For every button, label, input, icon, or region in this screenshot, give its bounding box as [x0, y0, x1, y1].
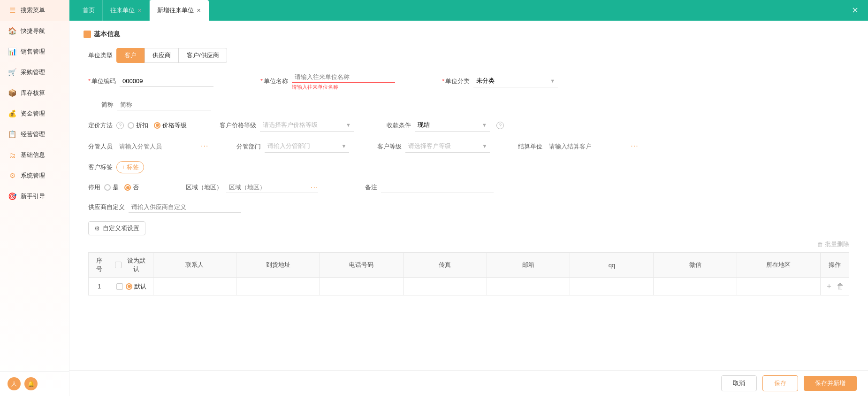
pricing-level-dot — [156, 124, 159, 127]
email-input[interactable] — [492, 283, 565, 290]
system-icon: ⚙ — [8, 171, 17, 180]
cell-region[interactable] — [737, 278, 821, 295]
settlement-dots-btn[interactable]: ··· — [631, 142, 638, 150]
sidebar-item-home[interactable]: 🏠 快捷导航 — [0, 21, 69, 41]
manager-input[interactable] — [116, 141, 201, 152]
select-all-checkbox[interactable] — [115, 262, 122, 268]
settlement-unit-input[interactable] — [546, 141, 631, 152]
contact-input[interactable] — [158, 283, 232, 290]
customer-level-select[interactable]: 请选择客户等级 ▼ — [405, 140, 490, 153]
row-checkbox[interactable] — [116, 283, 123, 290]
default-radio[interactable]: 默认 — [126, 282, 146, 291]
user-avatar[interactable]: 人 — [8, 377, 21, 390]
pricing-radio-discount[interactable]: 折扣 — [128, 121, 148, 130]
supplier-custom-input[interactable] — [129, 202, 241, 213]
fax-input[interactable] — [408, 283, 482, 290]
phone-input[interactable] — [325, 283, 398, 290]
sidebar-item-system[interactable]: ⚙ 系统管理 — [0, 165, 69, 186]
close-all-tabs[interactable]: ✕ — [848, 5, 862, 16]
tab-contacts-close[interactable]: ✕ — [137, 8, 142, 14]
customer-tag-label: 客户标签 — [88, 163, 113, 171]
add-tag-button[interactable]: + 标签 — [116, 161, 144, 173]
pricing-label: 定价方法 — [88, 121, 113, 130]
tab-home[interactable]: 首页 — [75, 0, 103, 21]
sidebar-item-label: 采购管理 — [21, 68, 45, 77]
manager-dots-btn[interactable]: ··· — [201, 142, 208, 150]
customer-price-level-field: 客户价格等级 请选择客户价格等级 ▼ — [220, 119, 354, 132]
tag-field: 客户标签 + 标签 — [88, 161, 144, 173]
col-fax: 传真 — [403, 253, 487, 278]
cell-action: ＋ 🗑 — [820, 278, 849, 295]
payment-condition-select[interactable]: 现结 ▼ — [415, 119, 490, 132]
contact-table-area: 序号 设为默认 联系人 到货地址 电话号码 传真 邮箱 qq — [88, 252, 849, 295]
batch-delete-label: 批量删除 — [825, 240, 849, 248]
unit-name-input[interactable] — [292, 71, 395, 83]
customer-level-placeholder: 请选择客户等级 — [408, 142, 480, 150]
sidebar-item-basics[interactable]: 🗂 基础信息 — [0, 145, 69, 165]
tab-contacts[interactable]: 往来单位 ✕ — [103, 0, 150, 21]
cell-address[interactable] — [236, 278, 320, 295]
disable-yes[interactable]: 是 — [104, 183, 119, 192]
wechat-input[interactable] — [658, 283, 732, 290]
disable-label: 停用 — [88, 183, 100, 192]
sidebar-item-purchase[interactable]: 🛒 采购管理 — [0, 62, 69, 83]
cell-email[interactable] — [487, 278, 570, 295]
finance-icon: 💰 — [8, 109, 17, 118]
cell-qq[interactable] — [570, 278, 654, 295]
add-row-icon[interactable]: ＋ — [825, 281, 833, 291]
cell-default: 默认 — [110, 278, 153, 295]
notification-icon[interactable]: 🔔 — [24, 377, 38, 390]
unit-type-supplier[interactable]: 供应商 — [145, 48, 179, 63]
unit-name-label: *单位名称 — [260, 77, 288, 85]
customer-price-level-select[interactable]: 请选择客户价格等级 ▼ — [260, 119, 354, 132]
sidebar-search[interactable]: ☰ 搜索菜单 — [0, 0, 69, 21]
save-button[interactable]: 保存 — [762, 375, 798, 391]
cell-contact[interactable] — [153, 278, 236, 295]
unit-code-input[interactable] — [120, 76, 213, 87]
custom-settings-area: ⚙ 自定义项设置 — [88, 221, 849, 235]
remark-field: 备注 — [365, 182, 494, 193]
default-radio-label: 默认 — [134, 282, 146, 291]
unit-type-customer[interactable]: 客户 — [116, 48, 145, 63]
unit-category-select[interactable]: 未分类 ▼ — [473, 75, 558, 87]
home-icon: 🏠 — [8, 26, 17, 36]
tab-new-contact-label: 新增往来单位 — [157, 6, 194, 15]
cell-wechat[interactable] — [654, 278, 737, 295]
tab-new-contact-close[interactable]: ✕ — [197, 8, 201, 14]
pricing-radio-group: 折扣 价格等级 — [128, 121, 187, 130]
region-dots-btn[interactable]: ··· — [311, 183, 318, 192]
supplier-custom-field: 供应商自定义 — [88, 202, 241, 213]
sidebar-item-label: 资金管理 — [21, 109, 45, 118]
qq-input[interactable] — [575, 283, 648, 290]
unit-type-both[interactable]: 客户/供应商 — [179, 48, 227, 63]
pricing-help-icon[interactable]: ? — [116, 122, 124, 129]
batch-delete-button[interactable]: 🗑 批量删除 — [817, 240, 849, 248]
region-cell-input[interactable] — [742, 283, 815, 290]
cell-phone[interactable] — [320, 278, 404, 295]
sidebar-item-finance[interactable]: 💰 资金管理 — [0, 103, 69, 124]
col-default-label: 设为默认 — [124, 256, 148, 273]
pricing-level-label: 价格等级 — [162, 121, 187, 130]
department-select[interactable]: 请输入分管部门 ▼ — [265, 140, 349, 153]
sidebar-item-inventory[interactable]: 📦 库存核算 — [0, 83, 69, 103]
save-new-button[interactable]: 保存并新增 — [804, 376, 857, 391]
cancel-button[interactable]: 取消 — [721, 375, 757, 391]
disable-no[interactable]: 否 — [124, 183, 139, 192]
abbr-input[interactable] — [117, 99, 211, 110]
customer-level-field: 客户等级 请选择客户等级 ▼ — [377, 140, 490, 153]
region-input[interactable] — [226, 182, 311, 193]
pricing-radio-level[interactable]: 价格等级 — [154, 121, 187, 130]
dept-dropdown-icon: ▼ — [341, 143, 346, 149]
custom-settings-button[interactable]: ⚙ 自定义项设置 — [88, 221, 145, 235]
payment-help-icon[interactable]: ? — [496, 122, 504, 129]
sidebar-item-guide[interactable]: 🎯 新手引导 — [0, 186, 69, 207]
sidebar-item-sales[interactable]: 📊 销售管理 — [0, 41, 69, 62]
remark-input[interactable] — [381, 182, 494, 193]
address-input[interactable] — [241, 283, 315, 290]
cell-fax[interactable] — [403, 278, 487, 295]
sidebar-item-operations[interactable]: 📋 经营管理 — [0, 124, 69, 145]
tab-new-contact[interactable]: 新增往来单位 ✕ — [150, 0, 209, 21]
delete-row-icon[interactable]: 🗑 — [837, 282, 844, 291]
col-wechat: 微信 — [654, 253, 737, 278]
disable-no-circle — [124, 184, 131, 191]
